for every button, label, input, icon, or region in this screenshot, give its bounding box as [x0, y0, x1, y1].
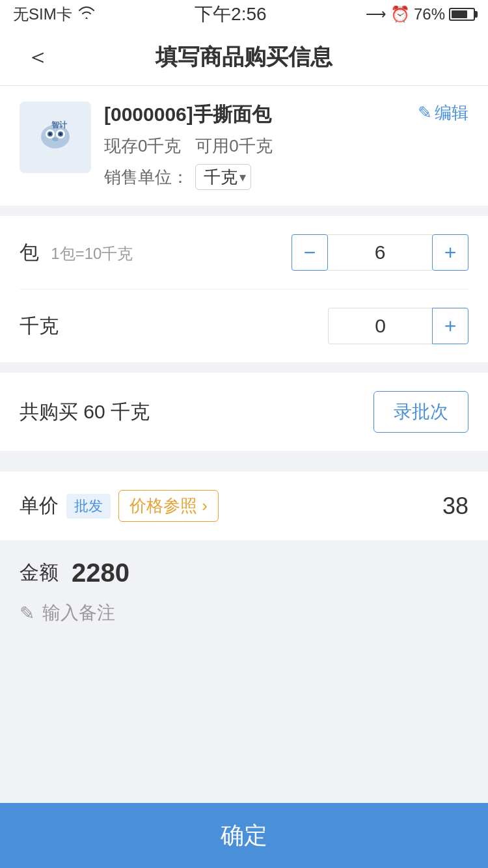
svg-text:智计: 智计 [51, 120, 68, 129]
kg-label: 千克 [20, 313, 328, 340]
page-title: 填写商品购买信息 [156, 42, 332, 72]
bottom-spacer [0, 735, 488, 800]
product-card: 智计 [0000006]手撕面包 ✎ 编辑 现存0千克 可用0千克 销售单位： … [0, 86, 488, 206]
unit-select-wrapper[interactable]: 千克 [195, 164, 251, 190]
package-label: 包 1包=10千克 [20, 239, 291, 266]
amount-section: 金额 2280 ✎ 输入备注 [0, 540, 488, 735]
quantity-section: 包 1包=10千克 − + 千克 + [0, 216, 488, 362]
confirm-button[interactable]: 确定 [0, 803, 488, 868]
price-row: 单价 批发 价格参照 › 38 [20, 490, 468, 522]
separator-2 [0, 461, 488, 472]
amount-row: 金额 2280 [20, 558, 468, 588]
price-ref-button[interactable]: 价格参照 › [118, 490, 219, 522]
product-name: [0000006]手撕面包 [104, 102, 271, 128]
note-row[interactable]: ✎ 输入备注 [20, 601, 468, 625]
package-quantity-row: 包 1包=10千克 − + [20, 216, 468, 290]
batch-button[interactable]: 录批次 [373, 391, 468, 433]
svg-point-7 [52, 137, 59, 141]
amount-label: 金额 [20, 560, 59, 586]
status-left: 无SIM卡 [13, 4, 96, 25]
carrier-text: 无SIM卡 [13, 4, 72, 25]
kg-controls: + [328, 308, 468, 344]
battery-icon [449, 8, 475, 21]
package-controls: − + [291, 234, 468, 271]
svg-point-5 [49, 133, 51, 135]
package-increment-button[interactable]: + [432, 234, 468, 271]
price-type-tag: 批发 [66, 494, 111, 519]
status-right: ⟶ ⏰ 76% [366, 5, 475, 23]
status-bar: 无SIM卡 下午2:56 ⟶ ⏰ 76% [0, 0, 488, 29]
confirm-button-label: 确定 [221, 820, 267, 852]
total-section: 共购买 60 千克 录批次 [0, 373, 488, 451]
product-stock: 现存0千克 可用0千克 [104, 135, 468, 157]
price-value: 38 [442, 493, 468, 520]
kg-quantity-row: 千克 + [20, 290, 468, 362]
product-info: [0000006]手撕面包 ✎ 编辑 现存0千克 可用0千克 销售单位： 千克 [104, 102, 468, 190]
product-logo-icon: 智计 [36, 118, 75, 157]
svg-point-6 [59, 133, 62, 135]
package-input[interactable] [328, 234, 432, 271]
note-label: 输入备注 [42, 601, 115, 625]
battery-percent: 76% [414, 5, 445, 23]
price-label: 单价 批发 价格参照 › [20, 490, 219, 522]
amount-value: 2280 [72, 558, 129, 588]
separator-1 [0, 362, 488, 373]
edit-button[interactable]: ✎ 编辑 [418, 102, 468, 124]
product-image: 智计 [20, 102, 91, 173]
product-unit: 销售单位： 千克 [104, 164, 468, 190]
edit-icon: ✎ [418, 103, 432, 123]
pencil-icon: ✎ [20, 603, 34, 624]
unit-select[interactable]: 千克 [195, 164, 251, 190]
package-hint: 1包=10千克 [51, 245, 133, 262]
alarm-icon: ⏰ [390, 5, 410, 23]
product-header: [0000006]手撕面包 ✎ 编辑 [104, 102, 468, 135]
package-decrement-button[interactable]: − [291, 234, 328, 271]
wifi-icon [77, 5, 96, 23]
kg-input[interactable] [328, 308, 432, 344]
location-icon: ⟶ [366, 6, 386, 23]
time-display: 下午2:56 [195, 2, 267, 27]
kg-increment-button[interactable]: + [432, 308, 468, 344]
total-text: 共购买 60 千克 [20, 399, 150, 426]
back-button[interactable]: ＜ [20, 34, 56, 79]
nav-bar: ＜ 填写商品购买信息 [0, 29, 488, 86]
price-section: 单价 批发 价格参照 › 38 [0, 472, 488, 540]
